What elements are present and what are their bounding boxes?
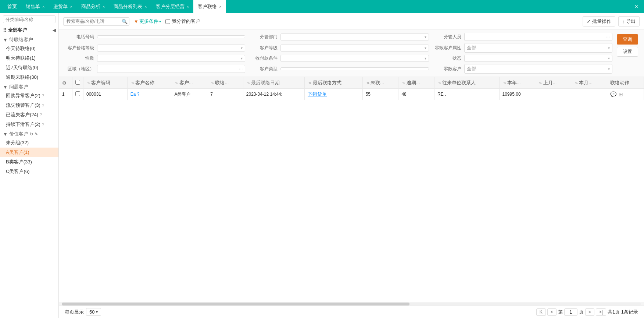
sidebar: 🔍 ⠿ 全部客户 ◀ ▼ 待联络客户 今天待联络(0) 明天待联络(1) 近7天…: [0, 13, 59, 318]
sidebar-item-overdue[interactable]: 逾期未联络(30): [0, 73, 58, 82]
sidebar-item-churn-warning[interactable]: 流失预警客户(3) ?: [0, 100, 58, 110]
grade-select[interactable]: ▾: [280, 45, 429, 52]
payment-arrow-icon: ▾: [425, 56, 426, 60]
horizontal-scrollbar[interactable]: [59, 302, 644, 305]
th-action: 联络动作: [607, 77, 644, 89]
pending-contact-group[interactable]: ▼ 待联络客户: [0, 35, 58, 44]
batch-ops-button[interactable]: ✓ 批量操作: [583, 16, 615, 26]
value-group-refresh[interactable]: ↻: [30, 132, 33, 137]
filter-bar-right: ✓ 批量操作 ↑ 导出: [583, 16, 640, 26]
th-name: ⇅ 客户名称: [127, 77, 171, 89]
sidebar-item-abnormal[interactable]: 回购异常客户(2) ?: [0, 91, 58, 100]
retail-customer-select[interactable]: 全部 ▾: [464, 64, 612, 74]
close-tab-customer-segment[interactable]: ×: [187, 4, 189, 9]
last-method-link[interactable]: 下销货单: [308, 91, 327, 97]
problem-customers-group[interactable]: ▼ 问题客户: [0, 82, 58, 91]
first-page-btn[interactable]: K: [536, 308, 546, 316]
filter-search-input[interactable]: [67, 19, 122, 24]
filter-retail-attr: 零散客户属性 全部 ▾: [432, 43, 612, 53]
sidebar-item-class-c[interactable]: C类客户(6): [0, 167, 58, 176]
help-icon-abnormal[interactable]: ?: [42, 93, 44, 98]
close-all-button[interactable]: ×: [632, 3, 641, 10]
row-checkbox[interactable]: [75, 91, 80, 96]
sidebar-item-class-b[interactable]: B类客户(33): [0, 157, 58, 167]
th-settings: ⚙: [59, 77, 72, 89]
filter-search-icon[interactable]: 🔍: [122, 19, 128, 24]
export-button[interactable]: ↑ 导出: [618, 16, 640, 26]
th-checkbox: [72, 77, 83, 89]
price-grade-arrow-icon: ▾: [241, 46, 243, 50]
close-tab-customer-contact[interactable]: ×: [219, 4, 221, 9]
cell-last-method[interactable]: 下销货单: [305, 89, 363, 100]
filter-person: 分管人员 ···: [432, 33, 612, 41]
scrollbar-thumb[interactable]: [62, 303, 409, 305]
tab-sales[interactable]: 销售单 ×: [21, 0, 49, 13]
cell-action: 💬 ⊞: [607, 89, 644, 100]
sidebar-item-7days[interactable]: 近7天待联络(0): [0, 63, 58, 73]
help-icon-declining[interactable]: ?: [42, 122, 44, 127]
sidebar-item-today[interactable]: 今天待联络(0): [0, 44, 58, 53]
price-grade-select[interactable]: ▾: [97, 45, 245, 52]
region-select[interactable]: ···: [97, 65, 245, 73]
tab-customer-segment[interactable]: 客户分层经营 ×: [151, 0, 193, 13]
sidebar-item-declining[interactable]: 持续下滑客户(2) ?: [0, 120, 58, 129]
tab-customer-contact[interactable]: 客户联络 ×: [193, 0, 226, 13]
sidebar-search-input[interactable]: [6, 17, 59, 22]
tab-purchase[interactable]: 进货单 ×: [49, 0, 76, 13]
sidebar-item-tomorrow[interactable]: 明天待联络(1): [0, 53, 58, 63]
close-tab-goods-analysis-list[interactable]: ×: [144, 4, 147, 9]
dept-select[interactable]: ▾: [280, 33, 429, 40]
tab-goods-analysis-list[interactable]: 商品分析列表 ×: [109, 0, 151, 13]
help-icon-churn[interactable]: ?: [42, 103, 44, 107]
status-select[interactable]: ▾: [464, 55, 612, 62]
sidebar-item-unclassified[interactable]: 未分组(32): [0, 138, 58, 148]
my-customers-check[interactable]: [165, 19, 170, 24]
setting-button[interactable]: 设置: [617, 47, 638, 57]
bottom-bar: 每页显示 50 ▾ K < 第 页 > >| 共1页 1条记录: [59, 305, 644, 318]
app-root: 首页 销售单 × 进货单 × 商品分析 × 商品分析列表 × 客户分层经营 × …: [0, 0, 644, 318]
query-button[interactable]: 查询: [617, 34, 638, 45]
person-select[interactable]: ···: [464, 33, 612, 41]
filter-row-2: 客户价格等级 ▾ 客户等级 ▾: [65, 43, 612, 53]
close-tab-purchase[interactable]: ×: [70, 4, 72, 9]
sort-icon-last-date: ⇅: [247, 81, 250, 85]
tab-home[interactable]: 首页: [3, 0, 21, 13]
prev-page-btn[interactable]: <: [547, 308, 557, 316]
retail-attr-select[interactable]: 全部 ▾: [464, 43, 612, 53]
filter-dropdown-icon: ▾: [159, 20, 161, 24]
dept-arrow-icon: ▾: [425, 35, 426, 39]
gear-icon[interactable]: ⚙: [62, 80, 67, 86]
my-customers-checkbox[interactable]: 我分管的客户: [165, 18, 200, 25]
qrcode-icon[interactable]: ⊞: [619, 91, 623, 97]
customer-type-select[interactable]: [280, 67, 429, 70]
advanced-filter: 电话号码 分管部门 ▾: [59, 30, 644, 77]
filter-status: 状态 ▾: [432, 55, 612, 62]
cell-name[interactable]: Ea ?: [127, 89, 171, 100]
more-conditions-btn[interactable]: ▼ 更多条件 ▾: [134, 18, 161, 25]
help-icon-churned[interactable]: ?: [40, 113, 42, 117]
sidebar-item-churned[interactable]: 已流失客户(24) ?: [0, 110, 58, 120]
cell-last-date: 2023-04-12 14:44:: [243, 89, 304, 100]
next-page-btn[interactable]: >: [585, 308, 594, 316]
th-overdue: ⇅ 逾期...: [398, 77, 434, 89]
table-container: ⚙ ⇅ 客户编码 ⇅ 客户名称: [59, 77, 644, 302]
payment-select[interactable]: ▾: [280, 55, 429, 62]
nature-select[interactable]: ▾: [97, 55, 245, 62]
phone-input[interactable]: [97, 35, 245, 38]
tab-goods-analysis[interactable]: 商品分析 ×: [77, 0, 109, 13]
value-customers-group[interactable]: ▼ 价值客户 ↻ ✎: [0, 129, 58, 138]
page-size-select[interactable]: 50 ▾: [86, 308, 101, 316]
chat-icon[interactable]: 💬: [610, 91, 616, 97]
all-customers-header[interactable]: ⠿ 全部客户 ◀: [0, 25, 58, 35]
page-number-input[interactable]: [564, 308, 577, 316]
close-tab-sales[interactable]: ×: [42, 4, 44, 9]
value-group-edit[interactable]: ✎: [35, 132, 38, 137]
collapse-icon[interactable]: ◀: [53, 28, 56, 33]
filter-customer-type: 客户类型: [248, 66, 429, 72]
sidebar-item-class-a[interactable]: A类客户(1): [0, 148, 58, 157]
scrollbar-track: [62, 303, 641, 305]
content-area: 🔍 ▼ 更多条件 ▾ 我分管的客户 ✓ 批量操作: [59, 13, 644, 318]
close-tab-goods-analysis[interactable]: ×: [103, 4, 105, 9]
select-all-checkbox[interactable]: [75, 80, 80, 85]
last-page-btn[interactable]: >|: [596, 308, 606, 316]
